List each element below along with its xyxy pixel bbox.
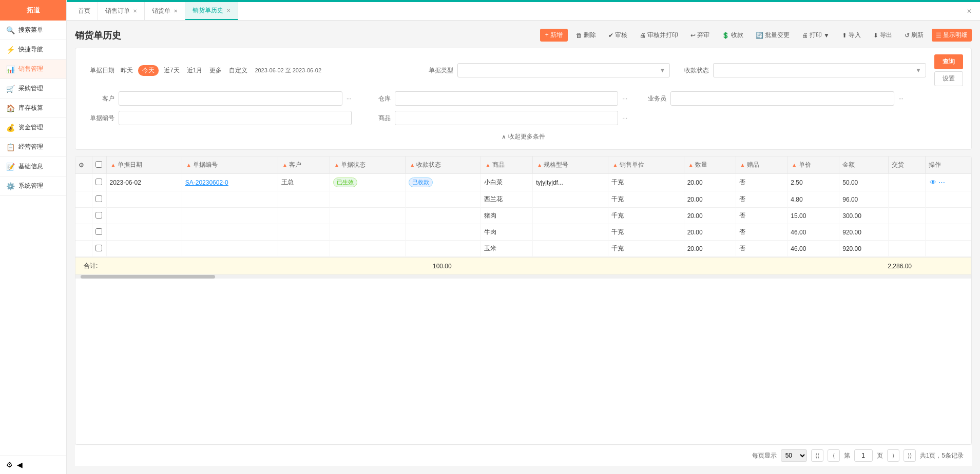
audit-print-button[interactable]: 🖨 审核并打印: [636, 29, 682, 42]
audit-button[interactable]: ✔ 审核: [604, 29, 631, 42]
new-button[interactable]: + 新增: [540, 29, 568, 42]
shortcut-7days[interactable]: 近7天: [162, 65, 182, 76]
th-spec-type[interactable]: ▲ 规格型号: [533, 156, 608, 174]
sidebar-item-sales-mgmt[interactable]: 📊 销售管理: [0, 60, 66, 79]
prev-page-button[interactable]: ⟨: [828, 449, 840, 462]
sidebar-item-finance[interactable]: 💰 资金管理: [0, 118, 66, 137]
settings-icon[interactable]: ⚙: [6, 461, 13, 469]
page-number-input[interactable]: 1: [854, 449, 873, 462]
warehouse-dots[interactable]: ···: [622, 95, 627, 102]
goods-dots[interactable]: ···: [622, 114, 627, 122]
query-button[interactable]: 查询: [934, 54, 963, 69]
view-action[interactable]: 👁: [930, 179, 936, 186]
td-doc-status: [330, 208, 405, 224]
tab-sales-order[interactable]: 销售订单 ✕: [98, 2, 145, 20]
th-unit-price[interactable]: ▲ 单价: [787, 156, 839, 174]
td-sales-unit: 千克: [608, 208, 684, 224]
tab-sales-goods-close[interactable]: ✕: [174, 8, 178, 14]
delete-icon: 🗑: [576, 32, 582, 39]
shortcut-more[interactable]: 更多: [207, 65, 224, 76]
doc-no-link[interactable]: SA-20230602-0: [185, 179, 228, 186]
doc-type-select[interactable]: ▼: [457, 63, 670, 77]
row-checkbox[interactable]: [95, 228, 102, 235]
th-sales-unit[interactable]: ▲ 销售单位: [608, 156, 684, 174]
tab-sales-history[interactable]: 销货单历史 ✕: [185, 2, 238, 20]
shortcut-today[interactable]: 今天: [138, 65, 159, 76]
refresh-button[interactable]: ↺ 刷新: [900, 29, 928, 42]
th-quantity[interactable]: ▲ 数量: [684, 156, 736, 174]
collect-status-select[interactable]: ▼: [713, 63, 926, 77]
doc-no-input[interactable]: [119, 111, 352, 125]
tab-home[interactable]: 首页: [71, 2, 98, 20]
row-checkbox[interactable]: [95, 245, 102, 251]
row-checkbox[interactable]: [95, 212, 102, 219]
row-checkbox[interactable]: [95, 195, 102, 202]
tab-sales-goods[interactable]: 销货单 ✕: [145, 2, 185, 20]
td-checkbox[interactable]: [92, 241, 106, 257]
sidebar-item-system-mgmt[interactable]: ⚙️ 系统管理: [0, 176, 66, 196]
import-button[interactable]: ⬆ 导入: [838, 29, 865, 42]
sidebar-item-basic-info[interactable]: 📝 基础信息: [0, 157, 66, 176]
th-gift[interactable]: ▲ 赠品: [736, 156, 787, 174]
print-button[interactable]: 🖨 打印 ▼: [798, 29, 834, 42]
th-doc-no[interactable]: ▲ 单据编号: [182, 156, 278, 174]
th-doc-date[interactable]: ▲ 单据日期: [106, 156, 182, 174]
select-all-checkbox[interactable]: [95, 161, 102, 168]
th-doc-status[interactable]: ▲ 单据状态: [330, 156, 405, 174]
sidebar-item-operations[interactable]: 📋 经营管理: [0, 137, 66, 157]
salesperson-input[interactable]: [670, 91, 894, 106]
th-customer[interactable]: ▲ 客户: [278, 156, 330, 174]
first-page-button[interactable]: ⟨⟨: [811, 449, 823, 462]
customer-dots[interactable]: ···: [347, 95, 352, 102]
th-gear[interactable]: ⚙: [75, 156, 92, 174]
filter-settings-button[interactable]: 设置: [934, 71, 963, 86]
td-checkbox[interactable]: [92, 191, 106, 208]
warehouse-input[interactable]: [395, 91, 619, 106]
close-all-tabs[interactable]: ✕: [963, 8, 976, 15]
shortcut-custom[interactable]: 自定义: [227, 65, 249, 76]
date-range: 2023-06-02 至 2023-06-02: [255, 67, 321, 74]
th-goods[interactable]: ▲ 商品: [481, 156, 533, 174]
td-checkbox[interactable]: [92, 174, 106, 191]
show-details-button[interactable]: ☰ 显示明细: [932, 29, 972, 42]
td-sales-unit: 千克: [608, 191, 684, 208]
abandon-button[interactable]: ↩ 弃审: [686, 29, 714, 42]
delete-button[interactable]: 🗑 删除: [572, 29, 600, 42]
export-button[interactable]: ⬇ 导出: [869, 29, 896, 42]
collect-button[interactable]: 💲 收款: [718, 29, 747, 42]
row-checkbox[interactable]: [95, 179, 102, 185]
goods-input[interactable]: [395, 111, 619, 125]
filter-group-date: 单据日期 昨天 今天 近7天 近1月 更多 自定义 2023-06-02 至 2…: [84, 65, 414, 76]
th-collect-status[interactable]: ▲ 收款状态: [406, 156, 481, 174]
shortcut-yesterday[interactable]: 昨天: [119, 65, 135, 76]
tab-sales-history-close[interactable]: ✕: [226, 8, 230, 13]
salesperson-dots[interactable]: ···: [898, 95, 904, 102]
th-checkbox[interactable]: [92, 156, 106, 174]
scrollbar-thumb[interactable]: [81, 275, 215, 279]
sidebar-item-inventory[interactable]: 🏠 库存核算: [0, 98, 66, 118]
collapse-icon[interactable]: ◀: [17, 461, 23, 469]
inventory-icon: 🏠: [6, 104, 14, 112]
sidebar-item-purchase-mgmt[interactable]: 🛒 采购管理: [0, 79, 66, 98]
next-page-button[interactable]: ⟩: [887, 449, 899, 462]
collapse-button[interactable]: ∧ 收起更多条件: [84, 130, 963, 143]
page-size-select[interactable]: 50 20 100: [781, 449, 807, 462]
td-doc-no: [182, 191, 278, 208]
horizontal-scrollbar[interactable]: [75, 274, 971, 279]
td-checkbox[interactable]: [92, 224, 106, 241]
td-quantity: 20.00: [684, 191, 736, 208]
td-checkbox[interactable]: [92, 208, 106, 224]
collapse-icon: ∧: [502, 133, 506, 141]
doc-no-label: 单据编号: [84, 114, 114, 123]
td-gear: [75, 208, 92, 224]
last-page-button[interactable]: ⟩⟩: [904, 449, 916, 462]
sidebar-item-search-menu[interactable]: 🔍 搜索菜单: [0, 21, 66, 40]
sidebar-item-quick-nav[interactable]: ⚡ 快捷导航: [0, 40, 66, 60]
shortcut-1month[interactable]: 近1月: [185, 65, 205, 76]
customer-input[interactable]: [119, 91, 342, 106]
tab-sales-order-close[interactable]: ✕: [133, 8, 137, 14]
more-action[interactable]: ⋯: [938, 179, 945, 186]
td-spec-type: [533, 241, 608, 257]
batch-change-button[interactable]: 🔄 批量变更: [752, 29, 794, 42]
summary-quantity: 100.00: [433, 263, 452, 270]
